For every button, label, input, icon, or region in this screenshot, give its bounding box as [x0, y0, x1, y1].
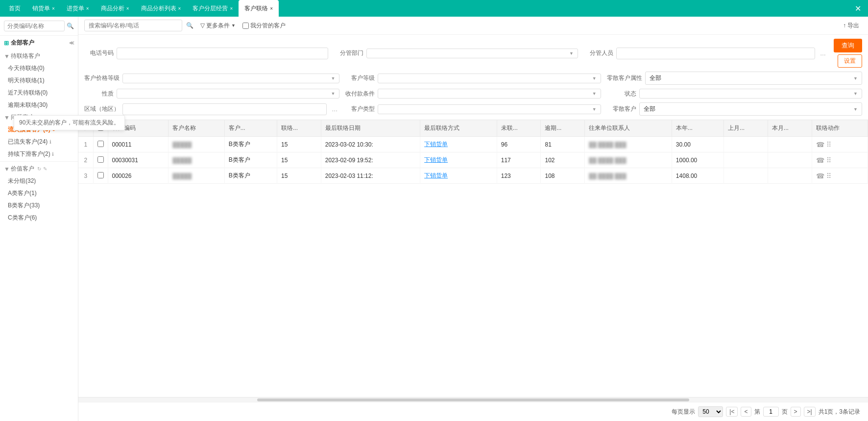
table-row: 3 000026 █████ B类客户 15 2023-02-03 11:12:…: [78, 168, 868, 184]
filter-phone-input[interactable]: [117, 48, 328, 59]
tab-homepage[interactable]: 首页: [3, 0, 26, 17]
row-contacts: ██ ████ ███: [585, 137, 672, 152]
contact-method-link[interactable]: 下销货单: [424, 141, 448, 148]
filter-cust-type-select[interactable]: ▼: [378, 104, 601, 114]
row-last-contact-method[interactable]: 下销货单: [420, 152, 497, 168]
col-not-contacted[interactable]: 未联...: [497, 120, 541, 137]
row-last-contact-method[interactable]: 下销货单: [420, 137, 497, 152]
col-cust-type[interactable]: 客户...: [224, 120, 277, 137]
row-last-contact-method[interactable]: 下销货单: [420, 168, 497, 184]
sidebar-item-overdue[interactable]: 逾期未联络(30): [0, 99, 78, 111]
row-not-contacted: 123: [497, 168, 541, 184]
page-number-input[interactable]: [763, 407, 779, 417]
per-page-select[interactable]: 50 100 200: [698, 406, 723, 417]
filter-retail-attr-select[interactable]: 全部 ▼: [645, 72, 862, 85]
settings-button[interactable]: 设置: [838, 54, 862, 68]
filter-nature-select[interactable]: ▼: [117, 89, 339, 99]
tab-analysis-list[interactable]: 商品分析列表 ×: [135, 0, 187, 17]
sidebar-item-today[interactable]: 今天待联络(0): [0, 62, 78, 74]
filter-dept-select[interactable]: ▼: [366, 49, 578, 58]
sidebar-item-c-class[interactable]: C类客户(6): [0, 212, 78, 224]
sidebar-collapse-icon[interactable]: ≪: [69, 40, 74, 46]
problem-arrow-icon: ▼: [4, 114, 10, 121]
col-overdue[interactable]: 逾期...: [541, 120, 585, 137]
value-group-edit-icon[interactable]: ✎: [43, 166, 47, 172]
sidebar-item-tomorrow[interactable]: 明天待联络(1): [0, 74, 78, 87]
churn-tooltip: 90天未交易的客户，可能有流失风险。: [14, 115, 125, 130]
filter-region-dots[interactable]: …: [330, 106, 339, 113]
filter-status-select[interactable]: ▼: [639, 89, 862, 99]
contact-method-link[interactable]: 下销货单: [424, 156, 448, 163]
filter-retail-cust-select[interactable]: 全部 ▼: [639, 102, 862, 116]
col-last-month[interactable]: 上月...: [724, 120, 768, 137]
filter-cust-grade-select[interactable]: ▼: [378, 74, 601, 83]
filter-manager-input[interactable]: [616, 48, 815, 59]
sidebar-item-ungrouped[interactable]: 未分组(32): [0, 175, 78, 187]
sidebar-search-input[interactable]: [4, 21, 65, 31]
hscroll-bar[interactable]: [78, 397, 868, 402]
export-btn[interactable]: ↑ 导出: [840, 20, 862, 31]
row-checkbox-cell[interactable]: [93, 152, 108, 168]
window-close-button[interactable]: ✕: [851, 4, 865, 13]
col-this-year[interactable]: 本年...: [672, 120, 723, 137]
my-customers-checkbox-label[interactable]: 我分管的客户: [242, 22, 286, 30]
contact-method-link[interactable]: 下销货单: [424, 172, 448, 179]
tab-analysis[interactable]: 商品分析 ×: [95, 0, 135, 17]
more-conditions-btn[interactable]: ▽ 更多条件 ▼: [197, 20, 239, 31]
tab-customer-tier-label: 客户分层经营: [193, 4, 228, 13]
my-customers-checkbox[interactable]: [242, 23, 249, 29]
tab-customer-tier-close[interactable]: ×: [230, 6, 233, 11]
sidebar-item-b-class[interactable]: B类客户(33): [0, 199, 78, 212]
contact-action-icon[interactable]: ☎: [816, 156, 824, 164]
filter-region-input[interactable]: [122, 103, 327, 115]
tab-analysis-list-close[interactable]: ×: [178, 6, 181, 11]
sidebar-item-7days[interactable]: 近7天待联络(0): [0, 87, 78, 99]
col-contacts[interactable]: 往来单位联系人: [585, 120, 672, 137]
contact-action-icon[interactable]: ☎: [816, 172, 824, 180]
value-group-refresh-icon[interactable]: ↻: [37, 166, 41, 172]
hscroll-thumb[interactable]: [257, 398, 689, 401]
col-last-contact-date[interactable]: 最后联络日期: [321, 120, 420, 137]
col-name[interactable]: 客户名称: [169, 120, 224, 137]
prev-page-btn[interactable]: <: [741, 407, 751, 417]
tab-purchase-close[interactable]: ×: [86, 6, 89, 11]
query-button[interactable]: 查询: [834, 39, 862, 52]
sidebar-item-a-class[interactable]: A类客户(1): [0, 187, 78, 199]
filter-price-grade-select[interactable]: ▼: [122, 74, 339, 83]
more-action-icon[interactable]: ⠿: [826, 172, 831, 180]
col-this-month[interactable]: 本月...: [768, 120, 812, 137]
filter-search-input[interactable]: [84, 20, 182, 31]
sidebar-search-icon[interactable]: 🔍: [67, 23, 74, 29]
row-checkbox[interactable]: [97, 172, 104, 178]
tab-customer-tier[interactable]: 客户分层经营 ×: [187, 0, 239, 17]
tab-purchase[interactable]: 进货单 ×: [61, 0, 95, 17]
row-checkbox-cell[interactable]: [93, 168, 108, 184]
tab-customer-contact-close[interactable]: ×: [270, 6, 273, 11]
contact-action-icon[interactable]: ☎: [816, 141, 824, 149]
last-page-btn[interactable]: >|: [804, 407, 816, 417]
action-icons-group: ☎ ⠿: [816, 172, 864, 180]
sidebar-all-customers[interactable]: ⊞ 全部客户 ≪: [0, 36, 78, 50]
filter-search-icon[interactable]: 🔍: [186, 22, 193, 29]
sidebar-group-value-header[interactable]: ▼ 价值客户 ↻ ✎: [0, 163, 78, 175]
more-action-icon[interactable]: ⠿: [826, 156, 831, 164]
row-checkbox[interactable]: [97, 141, 104, 147]
col-last-contact-method[interactable]: 最后联络方式: [420, 120, 497, 137]
sidebar-group-pending-header[interactable]: ▼ 待联络客户: [0, 50, 78, 62]
next-page-btn[interactable]: >: [791, 407, 801, 417]
row-checkbox-cell[interactable]: [93, 137, 108, 152]
sidebar-item-declining[interactable]: 持续下滑客户(2) ℹ: [0, 148, 78, 160]
row-contacts: ██ ████ ███: [585, 168, 672, 184]
sidebar-item-churned[interactable]: 已流失客户(24) ℹ: [0, 136, 78, 148]
tab-analysis-close[interactable]: ×: [126, 6, 129, 11]
more-action-icon[interactable]: ⠿: [826, 141, 831, 149]
tab-customer-contact[interactable]: 客户联络 ×: [239, 0, 279, 17]
row-this-year: 1000.00: [672, 152, 723, 168]
filter-manager-dots[interactable]: …: [818, 50, 828, 57]
col-contact-num[interactable]: 联络...: [277, 120, 321, 137]
first-page-btn[interactable]: |<: [726, 407, 738, 417]
tab-sales-close[interactable]: ×: [52, 6, 55, 11]
tab-sales[interactable]: 销货单 ×: [26, 0, 61, 17]
filter-payment-select[interactable]: ▼: [378, 89, 601, 99]
row-checkbox[interactable]: [97, 156, 104, 163]
